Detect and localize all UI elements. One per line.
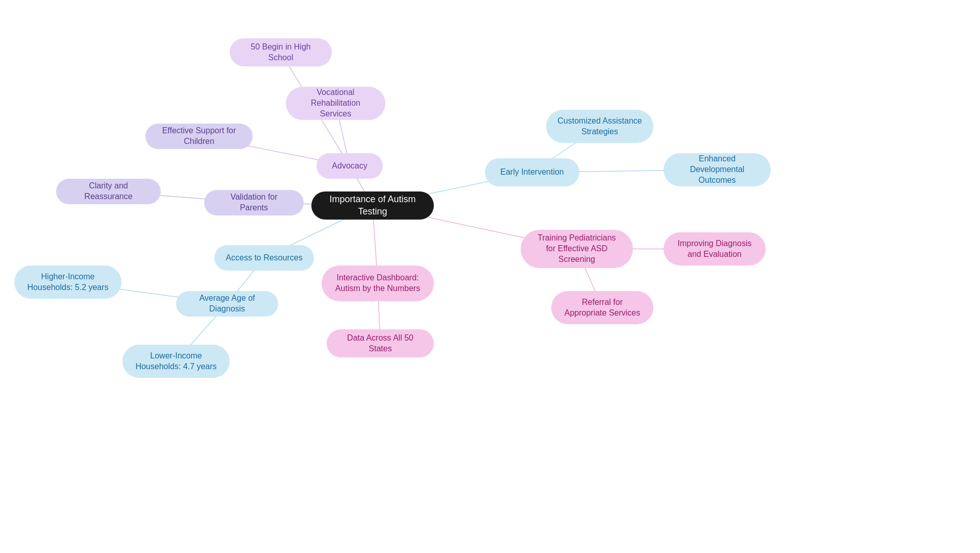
node-validation: Validation for Parents — [204, 190, 304, 215]
label-access-resources: Access to Resources — [226, 253, 302, 263]
label-referral: Referral for Appropriate Services — [562, 297, 642, 319]
label-improving: Improving Diagnosis and Evaluation — [675, 238, 754, 260]
center-label: Importance of Autism Testing — [323, 194, 423, 218]
node-clarity: Clarity and Reassurance — [56, 179, 161, 204]
node-training: Training Pediatricians for Effective ASD… — [521, 230, 633, 268]
label-enhanced: Enhanced Developmental Outcomes — [675, 154, 760, 185]
label-high-school: 50 Begin in High School — [241, 42, 321, 63]
node-effective-support: Effective Support for Children — [145, 124, 253, 149]
label-effective-support: Effective Support for Children — [157, 126, 241, 147]
label-advocacy: Advocacy — [332, 161, 367, 172]
node-customized: Customized Assistance Strategies — [546, 110, 653, 143]
node-vocational: Vocational Rehabilitation Services — [286, 87, 385, 120]
node-lower-income: Lower-Income Households: 4.7 years — [122, 345, 230, 378]
label-validation: Validation for Parents — [215, 192, 292, 213]
label-early-intervention: Early Intervention — [500, 167, 564, 178]
node-advocacy: Advocacy — [316, 153, 383, 179]
label-customized: Customized Assistance Strategies — [557, 116, 642, 137]
node-avg-age: Average Age of Diagnosis — [176, 291, 278, 317]
center-node: Importance of Autism Testing — [311, 191, 434, 220]
label-clarity: Clarity and Reassurance — [67, 181, 150, 202]
node-early-intervention: Early Intervention — [485, 158, 579, 186]
label-vocational: Vocational Rehabilitation Services — [297, 87, 374, 119]
node-dashboard: Interactive Dashboard: Autism by the Num… — [322, 266, 434, 301]
label-higher-income: Higher-Income Households: 5.2 years — [26, 272, 110, 293]
label-data-states: Data Across All 50 States — [338, 333, 423, 354]
node-enhanced: Enhanced Developmental Outcomes — [664, 153, 771, 186]
node-high-school: 50 Begin in High School — [230, 38, 332, 66]
node-higher-income: Higher-Income Households: 5.2 years — [14, 266, 121, 299]
label-lower-income: Lower-Income Households: 4.7 years — [134, 351, 218, 372]
node-improving: Improving Diagnosis and Evaluation — [664, 232, 766, 266]
node-referral: Referral for Appropriate Services — [551, 291, 653, 324]
node-access-resources: Access to Resources — [214, 245, 314, 271]
label-dashboard: Interactive Dashboard: Autism by the Num… — [333, 273, 423, 294]
node-data-states: Data Across All 50 States — [327, 329, 434, 357]
label-avg-age: Average Age of Diagnosis — [187, 293, 267, 315]
label-training: Training Pediatricians for Effective ASD… — [532, 233, 622, 265]
